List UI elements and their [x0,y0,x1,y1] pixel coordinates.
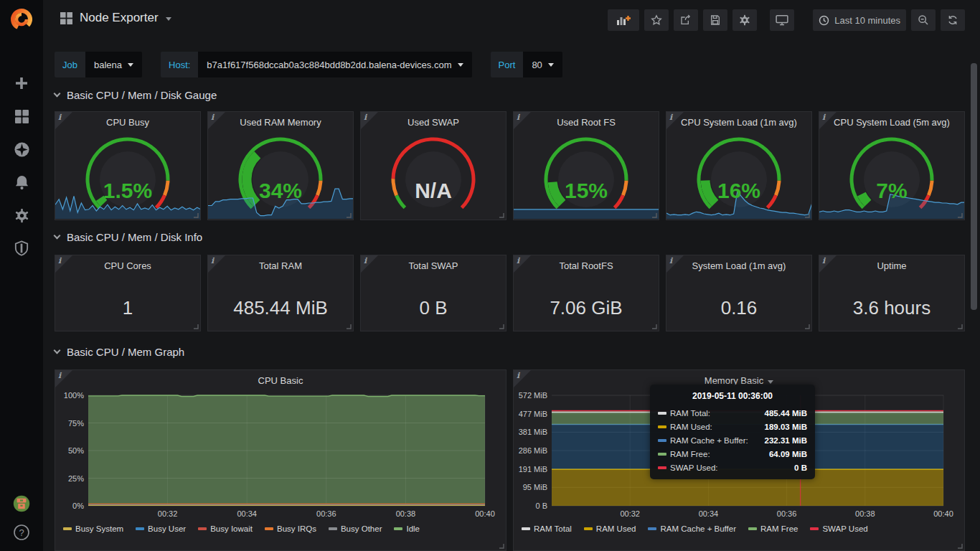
stat-panel-title[interactable]: System Load (1m avg) [666,260,811,271]
time-range-button[interactable]: Last 10 minutes [813,9,906,31]
gauge: N/A [361,112,507,220]
admin-shield-icon[interactable] [13,240,30,257]
y-axis-label: 0 B [535,501,547,510]
panel-info-corner[interactable]: i [666,112,684,129]
tooltip-series-name: RAM Cache + Buffer: [670,436,748,445]
y-axis-label: 75% [68,419,84,428]
panel-info-corner[interactable]: i [361,112,378,129]
x-axis-label: 00:34 [699,509,719,518]
panel-info-corner[interactable]: i [55,370,72,387]
panel-resize-handle[interactable] [193,324,199,329]
stat-panel: Total RAM485.44 MiBi [207,255,354,331]
panel-resize-handle[interactable] [346,212,352,218]
add-panel-button[interactable] [608,9,639,31]
panel-resize-handle[interactable] [957,324,963,329]
panel-info-corner[interactable]: i [514,112,531,129]
panel-resize-handle[interactable] [499,212,504,218]
refresh-button[interactable] [941,9,965,31]
graph-panel-title[interactable]: CPU Basic [55,375,506,386]
panel-resize-handle[interactable] [193,212,199,218]
panel-resize-handle[interactable] [499,324,504,329]
alerting-bell-icon[interactable] [13,174,30,191]
share-icon [680,14,692,26]
legend-item[interactable]: RAM Free [748,524,798,533]
panel-info-corner[interactable]: i [819,112,837,129]
gauge-panel-title[interactable]: Used RAM Memory [208,117,353,128]
panel-resize-handle[interactable] [651,324,657,329]
legend-item[interactable]: Busy Other [329,524,382,533]
gauge-panel-title[interactable]: Used SWAP [361,117,506,128]
panel-resize-handle[interactable] [804,212,810,218]
dashboards-grid-icon[interactable] [13,108,30,125]
stat-panel-title[interactable]: Uptime [819,260,964,271]
stat-panel-title[interactable]: Total SWAP [361,260,506,271]
panel-info-corner[interactable]: i [361,255,378,273]
settings-button[interactable] [732,9,757,31]
legend-item[interactable]: Busy User [136,524,186,533]
gauge-panel-title[interactable]: CPU Busy [55,117,200,128]
legend-item[interactable]: Busy IRQs [265,524,316,533]
configuration-gear-icon[interactable] [13,207,30,224]
y-axis-label: 50% [68,446,84,455]
share-button[interactable] [674,9,698,31]
variable-job-select[interactable]: balena [85,52,142,77]
gauge-panel-title[interactable]: CPU System Load (5m avg) [819,117,964,128]
panel-resize-handle[interactable] [957,543,963,549]
gauge-panel-title[interactable]: Used Root FS [514,117,659,128]
panel-resize-handle[interactable] [346,324,352,329]
legend-item[interactable]: Busy System [63,524,123,533]
section-info-header[interactable]: Basic CPU / Mem / Disk Info [55,227,202,247]
x-axis-label: 00:32 [620,509,640,518]
create-plus-icon[interactable] [13,75,30,92]
legend-item[interactable]: Busy Iowait [198,524,253,533]
dashboard-title[interactable]: Node Exporter [80,11,159,25]
legend-label: Busy IRQs [277,524,316,533]
stat-panel: System Load (1m avg)0.16i [666,255,812,331]
stat-panel-title[interactable]: Total RootFS [514,260,659,271]
time-range-label: Last 10 minutes [834,15,900,26]
grafana-logo[interactable] [9,7,34,32]
variable-host-value: b7a1f617f568dccab0a3c884bdd8b2dd.balena-… [207,60,451,70]
user-avatar[interactable] [13,495,30,512]
panel-info-corner[interactable]: i [819,255,837,273]
legend-item[interactable]: SWAP Used [810,524,867,533]
panel-info-corner[interactable]: i [514,370,531,387]
chevron-down-icon[interactable] [166,17,171,21]
panel-info-corner[interactable]: i [208,255,225,273]
cpu-basic-plot[interactable]: 0%25%50%75%100%00:3200:3400:3600:3800:40 [55,370,506,550]
gauge-panel-title[interactable]: CPU System Load (1m avg) [666,117,811,128]
legend-item[interactable]: RAM Cache + Buffer [648,524,736,533]
variable-host-select[interactable]: b7a1f617f568dccab0a3c884bdd8b2dd.balena-… [198,52,471,77]
variable-host: Host: b7a1f617f568dccab0a3c884bdd8b2dd.b… [161,52,472,77]
help-icon[interactable]: ? [13,524,30,541]
panel-info-corner[interactable]: i [55,255,72,273]
panel-info-corner[interactable]: i [208,112,225,129]
dashboard-header: Node Exporter [60,11,171,25]
legend-item[interactable]: RAM Total [522,524,572,533]
legend-item[interactable]: Idle [394,524,420,533]
star-button[interactable] [644,9,669,31]
panel-info-corner[interactable]: i [55,112,72,129]
legend-item[interactable]: RAM Used [584,524,636,533]
stat-panel-title[interactable]: Total RAM [208,260,353,271]
gauge-panel: Used RAM Memory34%i [207,111,354,220]
stat-panel-title[interactable]: CPU Cores [55,260,200,271]
panel-info-corner[interactable]: i [666,255,684,273]
legend-swatch [198,527,207,530]
gauge: 15% [514,112,659,220]
section-gauge-header[interactable]: Basic CPU / Mem / Disk Gauge [55,85,217,105]
panel-resize-handle[interactable] [804,324,810,329]
save-button[interactable] [703,9,727,31]
zoom-out-button[interactable] [911,9,936,31]
panel-resize-handle[interactable] [651,212,657,218]
panel-resize-handle[interactable] [957,212,963,218]
cycle-view-button[interactable] [770,9,794,31]
panel-info-corner[interactable]: i [514,255,531,273]
tooltip-row: RAM Cache + Buffer:232.31 MiB [658,433,807,447]
panel-resize-handle[interactable] [499,543,504,549]
variable-port-select[interactable]: 80 [523,52,562,77]
sidebar-nav [0,75,43,257]
scrollbar[interactable] [971,63,977,310]
section-graph-header[interactable]: Basic CPU / Mem Graph [55,342,184,362]
explore-compass-icon[interactable] [13,141,30,158]
